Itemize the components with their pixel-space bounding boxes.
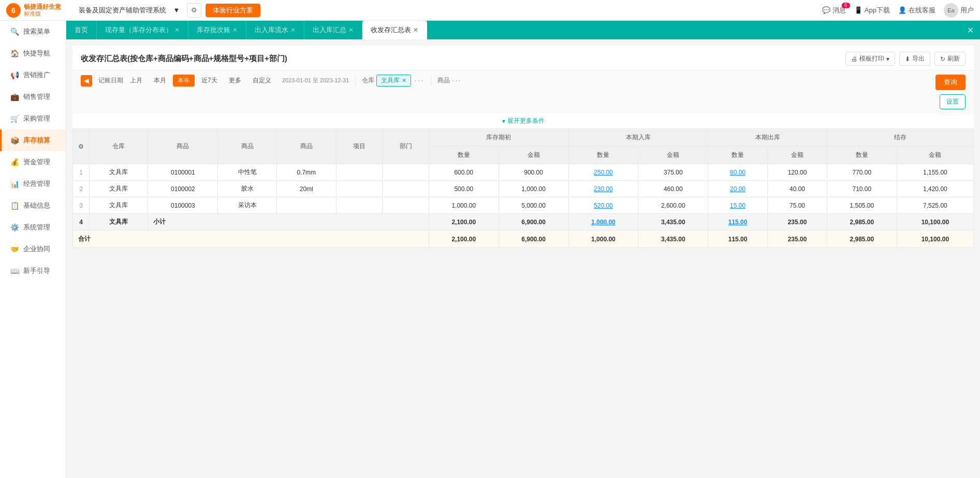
filter-expand-row: ▾ 展开更多条件 [72, 113, 974, 128]
row-in-qty[interactable]: 520.00 [568, 197, 638, 214]
row-goods-code: 0100001 [148, 164, 218, 181]
subtotal-open-amt: 6,900.00 [499, 214, 568, 230]
row-warehouse: 文具库 [90, 164, 148, 181]
table-settings-icon[interactable]: ⚙ [78, 143, 84, 150]
warehouse-tag[interactable]: 文具库 ✕ [376, 75, 411, 86]
date-btn-last-month[interactable]: 上月 [125, 75, 147, 86]
expand-conditions-button[interactable]: ▾ 展开更多条件 [502, 117, 545, 125]
sidebar-item-sales[interactable]: 💼 销售管理 [0, 86, 66, 108]
date-range: 2023-01-01 至 2023-12-31 [282, 77, 349, 84]
settings-icon[interactable]: ⚙ [187, 3, 201, 18]
row-bal-amt: 1,155.00 [897, 164, 973, 181]
top-right-actions: 💬 消息 6 📱 App下载 👤 在线客服 Ea 用户 [822, 3, 974, 18]
subtotal-label: 小计 [148, 214, 429, 230]
col-in-amt: 金额 [638, 147, 708, 164]
sidebar-item-finance[interactable]: 💰 资金管理 [0, 151, 66, 173]
sidebar-item-search[interactable]: 🔍 搜索菜单 [0, 21, 66, 42]
user-item[interactable]: Ea 用户 [944, 3, 974, 18]
tab-batch-accounts[interactable]: 库存批次账 ✕ [188, 21, 246, 39]
refresh-button[interactable]: ↻ 刷新 [934, 52, 966, 66]
set-button[interactable]: 设置 [940, 94, 966, 109]
sidebar-item-operations[interactable]: 📊 经营管理 [0, 173, 66, 195]
row-open-qty: 600.00 [429, 164, 499, 181]
title-dropdown-icon[interactable]: ▼ [170, 4, 183, 17]
row-in-amt: 2,600.00 [638, 197, 708, 214]
row-dept [383, 164, 429, 181]
row-open-amt: 900.00 [499, 164, 568, 181]
row-in-qty[interactable]: 230.00 [568, 181, 638, 197]
tab-close-inventory-dist[interactable]: ✕ [174, 26, 180, 34]
tab-recv-send-summary[interactable]: 收发存汇总表 ✕ [362, 21, 427, 39]
guide-icon: 📖 [10, 266, 19, 276]
main-layout: 🔍 搜索菜单 🏠 快捷导航 📢 营销推广 💼 销售管理 🛒 采购管理 📦 库存核… [0, 21, 980, 478]
row-dept [383, 181, 429, 197]
col-goods-spec-header: 商品 [276, 129, 336, 164]
chevron-down-icon: ▾ [886, 55, 889, 63]
subtotal-in-qty[interactable]: 1,000.00 [568, 214, 638, 230]
col-goods-name-header: 商品 [218, 129, 276, 164]
tab-close-inout-summary[interactable]: ✕ [348, 26, 354, 34]
print-icon: 🖨 [851, 55, 857, 63]
online-service-item[interactable]: 👤 在线客服 [898, 6, 935, 15]
table-section: ⚙ 仓库 商品 商品 商品 项目 部门 库存期初 本期入库 本期出库 [72, 128, 974, 248]
sidebar-item-purchase[interactable]: 🛒 采购管理 [0, 108, 66, 129]
experience-button[interactable]: 体验行业方案 [206, 4, 260, 17]
tab-inout-summary[interactable]: 出入库汇总 ✕ [304, 21, 362, 39]
date-label: 记账日期 [98, 76, 123, 85]
sidebar-item-guide[interactable]: 📖 新手引导 [0, 260, 66, 282]
print-button[interactable]: 🖨 模板打印 ▾ [845, 52, 895, 66]
main-table: ⚙ 仓库 商品 商品 商品 项目 部门 库存期初 本期入库 本期出库 [72, 128, 974, 248]
col-project-header: 项目 [336, 129, 383, 164]
subtotal-bal-qty: 2,985.00 [827, 214, 897, 230]
row-goods-spec: 0.7mm [276, 164, 336, 181]
date-btn-custom[interactable]: 自定义 [248, 75, 276, 86]
row-goods-name: 胶水 [218, 181, 276, 197]
query-button[interactable]: 查询 [935, 75, 966, 90]
tab-close-recv-send-summary[interactable]: ✕ [413, 26, 418, 34]
sidebar-item-inventory[interactable]: 📦 库存核算 [0, 129, 66, 151]
marketing-icon: 📢 [10, 70, 19, 80]
date-btn-this-year[interactable]: 本年 [173, 75, 195, 86]
date-btn-this-month[interactable]: 本月 [149, 75, 171, 86]
sidebar-item-basic-info[interactable]: 📋 基础信息 [0, 195, 66, 216]
col-settings-header[interactable]: ⚙ [73, 129, 90, 164]
row-bal-amt: 1,420.00 [897, 181, 973, 197]
app-download-item[interactable]: 📱 App下载 [854, 6, 890, 15]
tab-close-inout-flow[interactable]: ✕ [290, 26, 296, 34]
export-button[interactable]: ⬇ 导出 [899, 52, 930, 66]
date-btn-7days[interactable]: 近7天 [197, 75, 222, 86]
sidebar-item-system[interactable]: ⚙️ 系统管理 [0, 216, 66, 238]
tab-inventory-dist[interactable]: 现存量（库存分布表） ✕ [97, 21, 188, 39]
row-in-amt: 460.00 [638, 181, 708, 197]
tab-close-batch-accounts[interactable]: ✕ [232, 26, 238, 34]
logo-text: 畅捷通好生意 标准版 [24, 3, 61, 18]
filter-toggle-icon[interactable]: ◀ [81, 75, 92, 86]
logo-area: 6 畅捷通好生意 标准版 [6, 3, 72, 18]
row-goods-spec [276, 197, 336, 214]
tab-home[interactable]: 首页 [66, 21, 97, 39]
row-warehouse: 文具库 [90, 181, 148, 197]
row-in-qty[interactable]: 250.00 [568, 164, 638, 181]
row-num: 1 [73, 164, 90, 181]
warehouse-more-dots[interactable]: ··· [414, 76, 424, 85]
row-out-qty[interactable]: 20.00 [708, 181, 768, 197]
system-title: 装备及固定资产辅助管理系统 [79, 6, 166, 15]
goods-more-dots[interactable]: ··· [452, 76, 462, 85]
filter-divider-2 [431, 76, 431, 86]
subtotal-out-qty[interactable]: 115.00 [708, 214, 768, 230]
row-num: 2 [73, 181, 90, 197]
row-out-qty[interactable]: 15.00 [708, 197, 768, 214]
row-out-amt: 40.00 [768, 181, 827, 197]
row-out-qty[interactable]: 80.00 [708, 164, 768, 181]
footer-bal-amt: 10,100.00 [897, 230, 973, 248]
warehouse-tag-close[interactable]: ✕ [402, 77, 406, 84]
date-btn-more[interactable]: 更多 [224, 75, 246, 86]
sidebar-item-marketing[interactable]: 📢 营销推广 [0, 64, 66, 86]
sidebar-item-quick-nav[interactable]: 🏠 快捷导航 [0, 42, 66, 64]
sidebar-item-enterprise[interactable]: 🤝 企业协同 [0, 238, 66, 260]
tab-inout-flow[interactable]: 出入库流水 ✕ [246, 21, 304, 39]
tabs-close-all[interactable]: ✕ [961, 25, 980, 35]
table-row: 2 文具库 0100002 胶水 20ml 500.00 1,000.00 23… [73, 181, 974, 197]
row-goods-name: 中性笔 [218, 164, 276, 181]
messages-item[interactable]: 💬 消息 6 [822, 6, 846, 15]
